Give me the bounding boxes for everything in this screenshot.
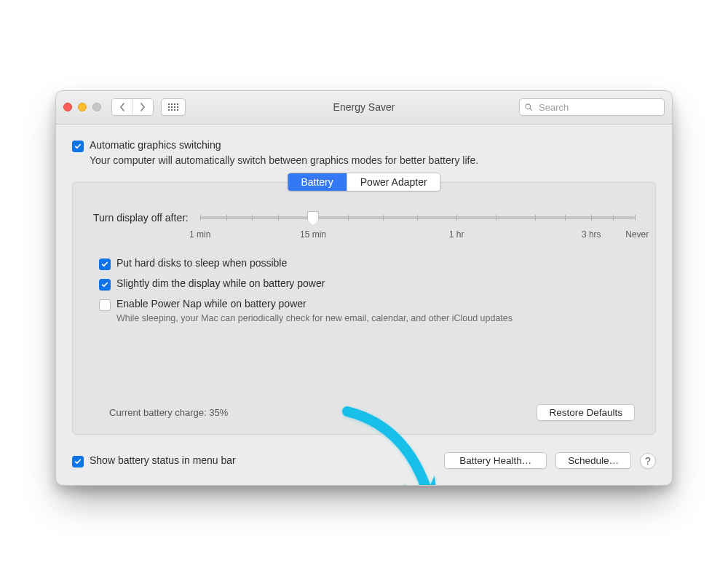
menu-bar-row: Show battery status in menu bar	[72, 454, 236, 467]
forward-button[interactable]	[132, 99, 153, 115]
panel-footer: Current battery charge: 35% Restore Defa…	[73, 324, 655, 421]
tab-power-adapter[interactable]: Power Adapter	[347, 173, 440, 191]
battery-health-button[interactable]: Battery Health…	[444, 452, 547, 469]
traffic-lights	[63, 103, 101, 111]
hard-disks-checkbox[interactable]	[99, 259, 111, 270]
battery-charge-label: Current battery charge: 35%	[109, 407, 228, 418]
slider-thumb[interactable]	[307, 211, 319, 226]
search-icon	[524, 103, 533, 111]
power-source-tabs: Battery Power Adapter	[287, 173, 440, 192]
settings-panel: Battery Power Adapter Turn display off a…	[72, 182, 656, 435]
zoom-button[interactable]	[92, 103, 101, 111]
dim-display-row: Slightly dim the display while on batter…	[99, 277, 635, 291]
power-nap-checkbox[interactable]	[99, 299, 111, 311]
display-off-label: Turn display off after:	[93, 212, 189, 224]
prefs-window: Energy Saver Automatic graphics switchin…	[55, 90, 673, 486]
minimize-button[interactable]	[78, 103, 87, 111]
auto-graphics-row: Automatic graphics switching	[72, 139, 656, 152]
auto-graphics-desc: Your computer will automatically switch …	[90, 154, 656, 166]
power-nap-row: Enable Power Nap while on battery power	[99, 298, 635, 311]
search-input[interactable]	[519, 98, 665, 116]
slider-ticks: 1 min 15 min 1 hr 3 hrs Never	[200, 229, 635, 244]
svg-line-1	[530, 109, 532, 111]
nav-group	[111, 98, 154, 116]
power-nap-label: Enable Power Nap while on battery power	[116, 298, 306, 309]
slider-section: Turn display off after:	[73, 183, 655, 250]
titlebar: Energy Saver	[56, 91, 672, 125]
checkmark-icon	[74, 143, 82, 150]
bottom-row: Show battery status in menu bar Battery …	[72, 452, 656, 469]
show-all-button[interactable]	[161, 98, 186, 116]
display-off-slider[interactable]: 1 min 15 min 1 hr 3 hrs Never	[200, 212, 635, 244]
schedule-button[interactable]: Schedule…	[555, 452, 631, 469]
hard-disks-row: Put hard disks to sleep when possible	[99, 257, 635, 270]
help-button[interactable]: ?	[640, 453, 656, 469]
close-button[interactable]	[63, 103, 72, 111]
back-button[interactable]	[112, 99, 132, 115]
chevron-right-icon	[140, 103, 146, 111]
content: Automatic graphics switching Your comput…	[56, 125, 672, 486]
dim-display-checkbox[interactable]	[99, 279, 111, 291]
auto-graphics-checkbox[interactable]	[72, 141, 84, 152]
power-nap-help: While sleeping, your Mac can periodicall…	[116, 312, 524, 325]
search-wrap	[519, 98, 665, 116]
tab-battery[interactable]: Battery	[288, 173, 347, 191]
dim-display-label: Slightly dim the display while on batter…	[116, 277, 325, 289]
grid-icon	[168, 103, 179, 111]
menu-bar-label: Show battery status in menu bar	[90, 454, 236, 466]
chevron-left-icon	[119, 103, 125, 111]
auto-graphics-label: Automatic graphics switching	[90, 139, 221, 151]
panel-options: Put hard disks to sleep when possible Sl…	[73, 250, 655, 325]
window-title: Energy Saver	[333, 101, 395, 113]
menu-bar-checkbox[interactable]	[72, 456, 84, 467]
hard-disks-label: Put hard disks to sleep when possible	[116, 257, 287, 269]
restore-defaults-button[interactable]: Restore Defaults	[537, 404, 635, 421]
checkmark-icon	[101, 281, 108, 288]
checkmark-icon	[101, 261, 108, 268]
checkmark-icon	[74, 458, 82, 465]
